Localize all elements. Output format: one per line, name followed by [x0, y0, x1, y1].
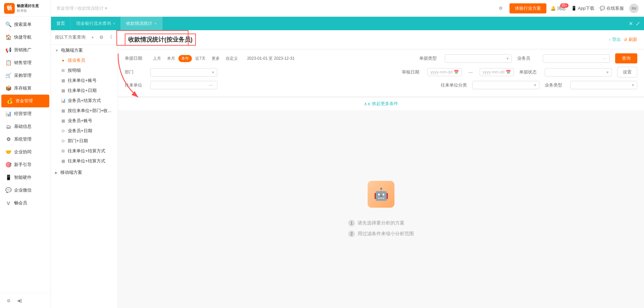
sidebar-item-cooperation[interactable]: 🤝 企业协同: [0, 146, 51, 158]
salesman-account-icon: ▦: [60, 118, 66, 123]
tree-item-unit-account[interactable]: ▦ 往来单位+账号: [56, 75, 118, 86]
finance-icon: 💰: [7, 98, 13, 104]
app-label: App下载: [578, 5, 594, 11]
sidebar-item-finance[interactable]: 💰 资金管理: [1, 95, 49, 107]
tab-receipt-close[interactable]: ×: [154, 21, 156, 25]
sidebar-item-search[interactable]: 🔍 搜索菜单: [0, 18, 51, 31]
tab-home[interactable]: 首页: [51, 17, 71, 30]
left-panel: 按以下方案查询 + ⚙ 《 ▼ 电脑端方案 ● 按业务员: [51, 30, 118, 308]
tree-item-unit-dept-receipt[interactable]: ▦ 按往来单位+部门+收...: [56, 106, 118, 116]
panel-collapse-btn[interactable]: 《: [106, 34, 114, 41]
unit-class-chevron: ▾: [534, 83, 536, 88]
sidebar-item-operations[interactable]: 📊 经营管理: [0, 107, 51, 120]
salesman-chevron: ⋯: [602, 56, 607, 61]
logo-icon: 畅: [4, 3, 15, 14]
tree-desktop-label: 电脑端方案: [61, 47, 83, 53]
date-tabs: 上月 本月 本年 近7天 更多 自定义: [150, 55, 240, 62]
tab-bank-close[interactable]: ×: [113, 21, 115, 25]
salesman-settlement-icon: 📊: [60, 98, 66, 103]
tree-item-salesman-settlement[interactable]: 📊 业务员+结算方式: [56, 96, 118, 106]
hint-num-1: 1: [348, 220, 355, 226]
tab-receipt[interactable]: 收款情况统计 ×: [121, 17, 162, 30]
sidebar-collapse-btn[interactable]: ◀‖: [15, 296, 24, 305]
dept-select[interactable]: ▾: [150, 68, 217, 76]
date-tab-last-month[interactable]: 上月: [150, 55, 164, 62]
unit-class-select[interactable]: ▾: [472, 81, 539, 89]
topbar-app-btn[interactable]: 📱 App下载: [571, 5, 594, 11]
sidebar-label-system: 系统管理: [14, 136, 32, 142]
unit-dots-icon[interactable]: ⋯: [209, 83, 213, 88]
tree-item-unit-date[interactable]: ▦ 往来单位+日期: [56, 86, 118, 96]
unit-account-icon: ▦: [60, 78, 66, 83]
topbar-gear-btn[interactable]: ⚙: [496, 4, 505, 13]
tree-item-salesman-account[interactable]: ▦ 业务员+账号: [56, 116, 118, 126]
query-button[interactable]: 查询: [615, 53, 637, 63]
tree-item-dept-date[interactable]: ⊙ 部门+日期: [56, 136, 118, 146]
tree-item-salesman-date[interactable]: ⊙ 业务员+日期: [56, 126, 118, 136]
tree-item-by-detail-label: 按明细: [68, 67, 81, 73]
filter-settings-button[interactable]: 设置: [617, 67, 637, 78]
tree-desktop-children: ● 按业务员 ⊞ 按明细 ▦ 往来单位+账号 ▦ 往来单位+日期: [51, 55, 118, 166]
tree-item-unit-settlement2[interactable]: ▦ 往来单位+结算方式: [56, 156, 118, 166]
tree-mobile-header[interactable]: ▶ 移动端方案: [51, 167, 118, 177]
unit-select[interactable]: ⋯: [150, 81, 217, 89]
trial-button[interactable]: 体验行业方案: [509, 3, 546, 13]
topbar-service-btn[interactable]: 💬 在线客服: [600, 5, 624, 11]
results-area: 🤖 1 请先选择要分析的方案 2 用过滤条件来缩小分析范围: [118, 110, 644, 308]
tab-maximize-btn[interactable]: ⤢: [636, 20, 640, 27]
audit-date-to[interactable]: yyyy-mm-dd 📅: [480, 68, 514, 76]
unit-label: 往来单位: [125, 82, 145, 88]
date-tab-this-year[interactable]: 本年: [178, 55, 192, 62]
unit-class-label: 往来单位分类: [441, 82, 467, 88]
biz-type-select[interactable]: ▾: [570, 81, 637, 89]
collapse-bar: ∧∧ 收起更多条件: [118, 97, 644, 110]
panel-settings-btn[interactable]: ⚙: [98, 34, 105, 41]
sidebar-item-inventory[interactable]: 📦 库存核算: [0, 82, 51, 95]
sidebar-item-sales[interactable]: 📋 销售管理: [0, 56, 51, 69]
sidebar-item-wechat[interactable]: 💬 企业微信: [0, 184, 51, 197]
date-tab-7days[interactable]: 近7天: [193, 55, 208, 62]
sidebar-label-cooperation: 企业协同: [14, 149, 32, 155]
tab-close-all-btn[interactable]: ✕: [629, 20, 633, 27]
tree-desktop-header[interactable]: ▼ 电脑端方案: [51, 45, 118, 55]
tree-item-by-detail[interactable]: ⊞ 按明细: [56, 65, 118, 75]
panel-add-btn[interactable]: +: [89, 34, 96, 41]
hint-item-1: 1 请先选择要分析的方案: [348, 220, 405, 226]
service-icon: 💬: [600, 6, 605, 11]
topbar-message-btn[interactable]: 🔔 消息 99+: [550, 5, 566, 11]
salesman-select[interactable]: ⋯: [543, 54, 610, 63]
tree-item-unit-settlement1[interactable]: ⊞ 往来单位+结算方式: [56, 146, 118, 156]
sidebar-item-system[interactable]: ⚙ 系统管理: [0, 133, 51, 146]
sidebar-label-purchase: 采购管理: [14, 72, 32, 79]
audit-date-from[interactable]: yyyy-mm-dd 📅: [427, 68, 462, 76]
inventory-icon: 📦: [5, 85, 11, 91]
sidebar-label-search: 搜索菜单: [14, 21, 32, 28]
tree-item-salesman-date-label: 业务员+日期: [68, 128, 92, 134]
member-icon: V: [5, 200, 11, 206]
sidebar-item-basic[interactable]: 🗂 基础信息: [0, 120, 51, 133]
sidebar-item-marketing[interactable]: 📢 营销推广: [0, 44, 51, 56]
tree-item-dept-date-label: 部门+日期: [68, 138, 88, 144]
topbar-dropdown-icon[interactable]: ▾: [105, 6, 107, 11]
message-badge: 99+: [560, 3, 569, 8]
sidebar-item-purchase[interactable]: 🛒 采购管理: [0, 69, 51, 82]
calendar-icon-from: 📅: [454, 70, 459, 74]
sidebar-item-guide[interactable]: 🎯 新手引导: [0, 158, 51, 171]
sidebar-settings-btn[interactable]: ⚙: [4, 296, 13, 305]
tree-item-unit-dept-receipt-label: 按往来单位+部门+收...: [68, 108, 111, 114]
date-tab-custom[interactable]: 自定义: [223, 55, 240, 62]
status-select[interactable]: ▾: [545, 68, 612, 76]
refresh-button[interactable]: ↺ 刷新: [624, 37, 637, 43]
collapse-button[interactable]: ∧∧ 收起更多条件: [362, 99, 400, 109]
date-tab-more[interactable]: 更多: [209, 55, 222, 62]
date-tab-this-month[interactable]: 本月: [164, 55, 178, 62]
sidebar-item-hardware[interactable]: 📱 智能硬件: [0, 171, 51, 184]
scheme-type-select[interactable]: ▾: [445, 54, 512, 63]
tree-item-by-salesman[interactable]: ● 按业务员: [56, 55, 118, 65]
export-button[interactable]: ↑ 导出: [609, 37, 621, 43]
unit-date-icon: ▦: [60, 88, 66, 93]
sidebar-item-quicknav[interactable]: 🏠 快捷导航: [0, 31, 51, 44]
sidebar-item-member[interactable]: V 畅会员: [0, 197, 51, 209]
tab-bank[interactable]: 现金银行流水查询 ×: [71, 17, 121, 30]
topbar-user[interactable]: Rit: [629, 4, 639, 13]
